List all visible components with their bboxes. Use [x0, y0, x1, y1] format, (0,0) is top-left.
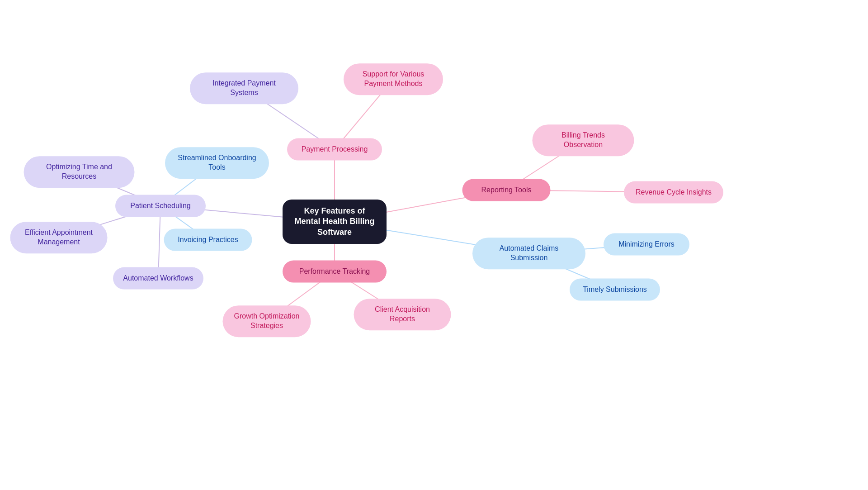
integrated-payment-node: Integrated Payment Systems	[190, 72, 298, 104]
mind-map: Key Features of Mental Health Billing So…	[0, 0, 868, 490]
billing-trends-node: Billing Trends Observation	[533, 124, 634, 156]
payment-processing-node: Payment Processing	[287, 138, 382, 161]
patient-scheduling-node: Patient Scheduling	[115, 195, 206, 217]
minimizing-errors-node: Minimizing Errors	[604, 233, 689, 256]
reporting-tools-node: Reporting Tools	[462, 179, 551, 201]
growth-optimization-node: Growth Optimization Strategies	[223, 305, 311, 337]
invoicing-practices-node: Invoicing Practices	[164, 229, 252, 251]
automated-claims-node: Automated Claims Submission	[472, 238, 585, 269]
optimizing-time-node: Optimizing Time and Resources	[24, 156, 135, 188]
revenue-cycle-node: Revenue Cycle Insights	[624, 181, 723, 204]
efficient-appointment-node: Efficient Appointment Management	[10, 222, 108, 253]
performance-tracking-node: Performance Tracking	[283, 261, 387, 283]
streamlined-onboarding-node: Streamlined Onboarding Tools	[165, 147, 269, 179]
client-acquisition-node: Client Acquisition Reports	[354, 299, 451, 330]
automated-workflows-node: Automated Workflows	[113, 267, 203, 290]
center-node: Key Features of Mental Health Billing So…	[283, 200, 387, 244]
timely-submissions-node: Timely Submissions	[570, 279, 660, 301]
support-payment-node: Support for Various Payment Methods	[344, 63, 443, 95]
